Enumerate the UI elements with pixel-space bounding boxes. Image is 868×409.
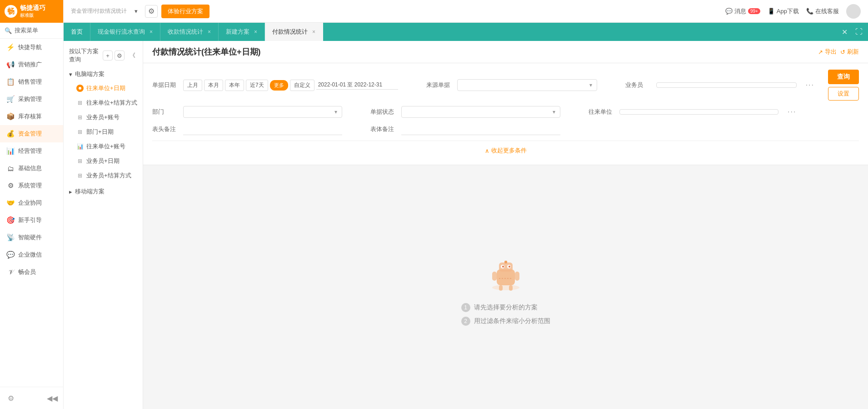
scheme-group-mobile-header[interactable]: ▸ 移动端方案 (64, 185, 143, 198)
date-btn-last-month[interactable]: 上月 (183, 80, 202, 91)
tab-home[interactable]: 首页 (64, 23, 90, 41)
sidebar-collapse-icon[interactable]: ◀◀ (46, 392, 59, 404)
table-header-note-input[interactable] (183, 123, 342, 135)
svg-rect-10 (499, 285, 503, 291)
dept-arrow-icon: ▾ (334, 109, 337, 115)
partner-select[interactable] (619, 109, 778, 115)
sidebar-item-sales[interactable]: 📋 销售管理 (0, 73, 63, 91)
messages-btn[interactable]: 💬 消息 99+ (725, 7, 760, 15)
sidebar-item-member[interactable]: 𝒱 畅会员 (0, 263, 63, 281)
salesperson-label: 业务员 (625, 81, 649, 89)
edition-label: 标准版 (20, 12, 45, 19)
sidebar-item-inventory[interactable]: 📦 库存核算 (0, 108, 63, 125)
fullscreen-icon[interactable]: ⛶ (853, 26, 864, 37)
online-service-btn[interactable]: 📞 在线客服 (806, 7, 839, 15)
empty-state: 1 请先选择要分析的方案 2 用过滤条件来缩小分析范围 (461, 249, 550, 326)
svg-rect-9 (515, 272, 519, 281)
date-btn-custom[interactable]: 自定义 (290, 80, 314, 91)
sidebar-settings-icon[interactable]: ⚙ (5, 392, 17, 404)
sidebar-item-hardware[interactable]: 📡 智能硬件 (0, 229, 63, 246)
sidebar-item-label: 企业微信 (18, 251, 42, 259)
sidebar-item-operation[interactable]: 📊 经营管理 (0, 142, 63, 160)
breadcrumb: 资金管理/付款情况统计 (71, 7, 127, 15)
sidebar-item-label: 采购管理 (18, 95, 42, 103)
sidebar-item-finance[interactable]: 💰 资金管理 (0, 125, 63, 142)
sidebar-item-label: 企业协同 (18, 199, 42, 207)
scheme-item-salesperson-date[interactable]: ⊞ 业务员+日期 (64, 154, 143, 168)
tab-new-scheme-close[interactable]: × (254, 29, 257, 35)
app-download-btn[interactable]: 📱 App下载 (768, 7, 799, 15)
tab-receipt-stats[interactable]: 收款情况统计 × (160, 23, 219, 41)
date-range-input[interactable] (316, 81, 398, 90)
tab-payment-stats-label: 付款情况统计 (272, 28, 308, 36)
logo-icon: 畅 (5, 5, 17, 18)
table-header-note-field[interactable] (183, 126, 342, 132)
sidebar-item-label: 系统管理 (18, 182, 42, 190)
scheme-settings-btn[interactable]: ⚙ (115, 50, 125, 61)
scheme-collapse-btn[interactable]: 《 (127, 50, 137, 61)
topbar-right: 💬 消息 99+ 📱 App下载 📞 在线客服 (725, 4, 861, 19)
partner-dots-btn[interactable]: ··· (786, 108, 798, 116)
filter-row-3: 表头备注 表体备注 (152, 123, 859, 135)
query-btn[interactable]: 查询 (828, 70, 859, 84)
sidebar-item-marketing[interactable]: 📢 营销推广 (0, 56, 63, 73)
tab-cash-flow-close[interactable]: × (150, 29, 153, 35)
scheme-item-salesperson-account[interactable]: ⊞ 业务员+账号 (64, 110, 143, 125)
sidebar-item-label: 营销推广 (18, 61, 42, 69)
sidebar-item-system[interactable]: ⚙ 系统管理 (0, 177, 63, 194)
sidebar-search[interactable]: 🔍 搜索菜单 (0, 23, 63, 39)
scheme-item-salesperson-payment[interactable]: ⊞ 业务员+结算方式 (64, 168, 143, 183)
scheme-group-desktop-header[interactable]: ▾ 电脑端方案 (64, 67, 143, 81)
scheme-item-label: 部门+日期 (86, 128, 114, 136)
hint-text-2: 用过滤条件来缩小分析范围 (474, 317, 550, 325)
scheme-item-partner-payment[interactable]: ⊞ 往来单位+结算方式 (64, 96, 143, 110)
table-icon: ⊞ (76, 114, 84, 121)
export-icon: ↗ (818, 49, 823, 56)
sidebar-item-guide[interactable]: 🎯 新手引导 (0, 212, 63, 229)
tab-cash-flow[interactable]: 现金银行流水查询 × (90, 23, 160, 41)
salesperson-select[interactable] (656, 82, 796, 88)
sidebar-item-enterprise[interactable]: 🤝 企业协同 (0, 194, 63, 212)
scheme-item-partner-date[interactable]: 往来单位+日期 (64, 81, 143, 96)
online-service-label: 在线客服 (815, 7, 839, 15)
tab-new-scheme[interactable]: 新建方案 × (219, 23, 265, 41)
sidebar-item-label: 基础信息 (18, 164, 42, 172)
table-body-note-field[interactable] (401, 126, 560, 132)
doc-status-select[interactable]: ▾ (401, 106, 560, 118)
filter-settings-btn[interactable]: 设置 (828, 87, 859, 101)
sidebar-item-wechat[interactable]: 💬 企业微信 (0, 246, 63, 263)
page-header: 付款情况统计(往来单位+日期) ↗ 导出 ↺ 刷新 (143, 41, 868, 63)
date-label: 单据日期 (152, 81, 176, 89)
refresh-btn[interactable]: ↺ 刷新 (840, 48, 859, 56)
user-avatar[interactable] (846, 4, 861, 19)
breadcrumb-dropdown[interactable]: ▾ (130, 6, 141, 17)
date-btn-last-7days[interactable]: 近7天 (246, 80, 268, 91)
doc-status-label: 单据状态 (370, 108, 394, 116)
tab-receipt-stats-close[interactable]: × (208, 29, 211, 35)
tab-payment-stats[interactable]: 付款情况统计 × (265, 23, 323, 41)
dept-select[interactable]: ▾ (183, 106, 342, 118)
table-body-note-input[interactable] (401, 123, 560, 135)
inventory-icon: 📦 (6, 112, 15, 121)
salesperson-dots-btn[interactable]: ··· (804, 81, 816, 89)
topbar: 资金管理/付款情况统计 ▾ ⚙ 体验行业方案 💬 消息 99+ 📱 App下载 … (64, 0, 868, 23)
filter-area: 单据日期 上月 本月 本年 近7天 更多 自定义 来源单据 ▾ (143, 63, 868, 165)
scheme-item-partner-account[interactable]: 📊 往来单位+账号 (64, 139, 143, 154)
topbar-gear-btn[interactable]: ⚙ (145, 5, 158, 18)
date-btn-this-month[interactable]: 本月 (204, 80, 223, 91)
try-industry-btn[interactable]: 体验行业方案 (161, 5, 210, 18)
export-btn[interactable]: ↗ 导出 (818, 48, 837, 56)
tab-payment-stats-close[interactable]: × (312, 29, 315, 35)
add-scheme-btn[interactable]: + (103, 50, 113, 61)
result-area: 1 请先选择要分析的方案 2 用过滤条件来缩小分析范围 (143, 165, 868, 409)
scheme-item-dept-date[interactable]: ⊞ 部门+日期 (64, 125, 143, 139)
sidebar-item-quick-nav[interactable]: ⚡ 快捷导航 (0, 39, 63, 56)
close-all-tabs-icon[interactable]: ✕ (839, 26, 850, 37)
sidebar-item-base[interactable]: 🗂 基础信息 (0, 160, 63, 177)
date-btn-more[interactable]: 更多 (270, 80, 288, 91)
date-btn-this-year[interactable]: 本年 (225, 80, 244, 91)
sidebar-item-purchase[interactable]: 🛒 采购管理 (0, 91, 63, 108)
page-title: 付款情况统计(往来单位+日期) (152, 46, 261, 57)
collapse-more-btn[interactable]: ∧ 收起更多条件 (485, 146, 527, 155)
source-select[interactable]: ▾ (457, 79, 597, 91)
